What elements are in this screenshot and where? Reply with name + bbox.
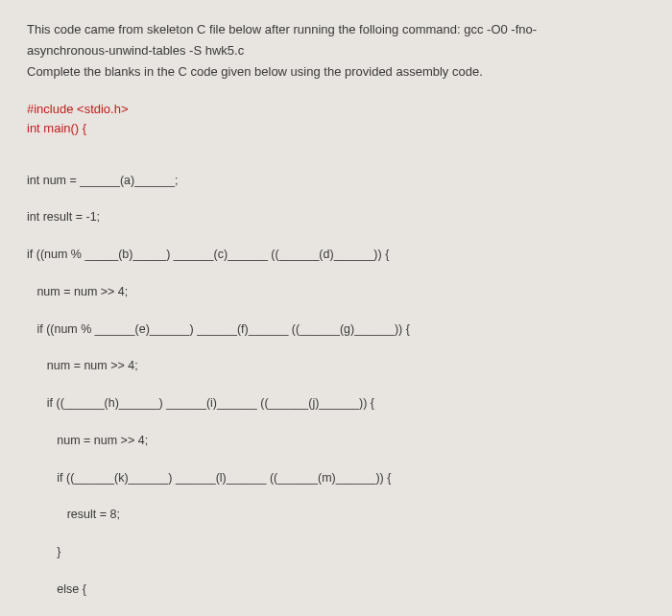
code-line: } <box>27 543 645 561</box>
code-line: int num = ______(a)______; <box>27 172 645 190</box>
include-line-1: #include <stdio.h> <box>27 100 645 119</box>
code-line: if ((______(k)______) ______(l)______ ((… <box>27 469 645 487</box>
code-line: num = num >> 4; <box>27 283 645 301</box>
code-line: if ((num % ______(e)______) ______(f)___… <box>27 320 645 339</box>
intro-line-3: Complete the blanks in the C code given … <box>27 61 645 83</box>
include-line-2: int main() { <box>27 119 645 138</box>
code-line: else { <box>27 580 645 599</box>
intro-line-2: asynchronous-unwind-tables -S hwk5.c <box>27 40 645 61</box>
code-line: num = num >> 4; <box>27 432 645 450</box>
code-block: int num = ______(a)______; int result = … <box>27 153 645 616</box>
code-line: num = num >> 4; <box>27 357 645 375</box>
intro-text: This code came from skeleton C file belo… <box>27 19 645 83</box>
intro-line-1: This code came from skeleton C file belo… <box>27 19 645 40</box>
code-line: if ((num % _____(b)_____) ______(c)_____… <box>27 246 645 264</box>
include-block: #include <stdio.h> int main() { <box>27 100 645 137</box>
code-line: result = 8; <box>27 506 645 524</box>
code-line: if ((______(h)______) ______(i)______ ((… <box>27 394 645 413</box>
code-line: int result = -1; <box>27 208 645 226</box>
